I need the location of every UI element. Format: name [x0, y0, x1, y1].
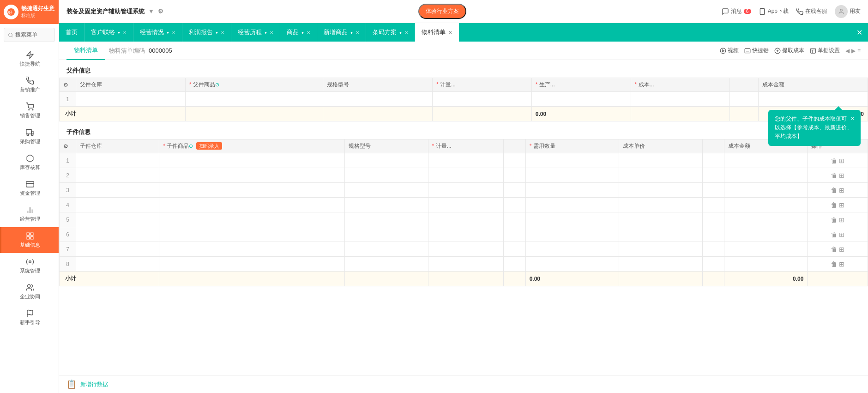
sidebar-item-marketing[interactable]: 营销推广: [0, 72, 59, 98]
child-cell-1-action: 🗑⊞: [808, 153, 868, 168]
child-cell-1-unit[interactable]: [428, 153, 504, 168]
child-cell-2-product[interactable]: [159, 168, 345, 183]
sidebar-item-sales[interactable]: 销售管理: [0, 98, 59, 124]
sidebar-item-operation[interactable]: 经营管理: [0, 201, 59, 227]
child-cell-2-spec[interactable]: [345, 168, 428, 183]
header-gear-icon[interactable]: ⚙: [158, 8, 163, 15]
tab-bom-close[interactable]: ✕: [448, 30, 452, 35]
shortcut-action[interactable]: 快捷键: [744, 47, 769, 54]
view-action[interactable]: 视频: [720, 47, 739, 54]
header-dropdown-icon[interactable]: ▼: [148, 8, 154, 15]
tab-profit[interactable]: 利润报告 ▾ ✕: [182, 23, 231, 42]
child-cell-2-unit[interactable]: [428, 168, 504, 183]
child-cell-1-product[interactable]: [159, 153, 345, 168]
delete-icon[interactable]: 🗑: [831, 187, 837, 194]
menu-icon[interactable]: ≡: [857, 48, 861, 54]
copy-icon[interactable]: ⊞: [839, 187, 844, 194]
sidebar-item-enterprise[interactable]: 企业协同: [0, 279, 59, 305]
tab-barcode[interactable]: 条码方案 ▾ ✕: [366, 23, 415, 42]
tab-operation-status[interactable]: 经营情况 ▾ ✕: [133, 23, 182, 42]
parent-cell-unit[interactable]: [432, 92, 531, 107]
parent-row-num: 1: [60, 92, 76, 107]
delete-icon[interactable]: 🗑: [831, 246, 837, 253]
sub-tab-code-area: 物料清单编码 0000005: [109, 47, 172, 55]
tab-home-label: 首页: [66, 28, 78, 36]
copy-icon[interactable]: ⊞: [839, 157, 844, 164]
logo-text: 畅捷通好生意: [21, 5, 54, 12]
tab-customer-close[interactable]: ✕: [123, 30, 127, 35]
delete-icon[interactable]: 🗑: [831, 231, 837, 238]
sidebar-item-label: 销售管理: [20, 112, 40, 119]
tab-customer[interactable]: 客户联络 ▾ ✕: [84, 23, 133, 42]
sidebar-item-basic[interactable]: 基础信息: [0, 227, 59, 253]
cost-action-label: 提取成本: [782, 47, 804, 54]
tab-goods-close[interactable]: ✕: [307, 30, 310, 35]
child-cell-2-warehouse[interactable]: [76, 168, 159, 183]
sidebar-item-inventory[interactable]: 库存核算: [0, 150, 59, 175]
app-download-item[interactable]: App下载: [759, 7, 789, 15]
add-row-icon: 📋: [66, 379, 77, 389]
child-cell-2-action: 🗑⊞: [808, 168, 868, 183]
sidebar-item-system[interactable]: 系统管理: [0, 253, 59, 279]
delete-icon[interactable]: 🗑: [831, 157, 837, 164]
svg-point-2: [9, 33, 12, 36]
tab-bom[interactable]: 物料清单 ✕: [415, 23, 459, 42]
parent-cell-spec[interactable]: [323, 92, 433, 107]
delete-icon[interactable]: 🗑: [831, 260, 837, 268]
table-section: 父件信息 ⚙ 父件仓库 * 父件商品⊙ 规格型号 * 计量... * 生产...…: [59, 60, 868, 375]
svg-marker-4: [27, 52, 33, 59]
tooltip-close-button[interactable]: ×: [851, 115, 854, 123]
tab-barcode-close[interactable]: ✕: [404, 30, 408, 35]
service-item[interactable]: 在线客服: [796, 7, 827, 15]
search-menu-button[interactable]: 搜索菜单: [4, 28, 55, 42]
copy-icon[interactable]: ⊞: [839, 246, 844, 253]
child-cell-1-warehouse[interactable]: [76, 153, 159, 168]
trial-button[interactable]: 体验行业方案: [418, 4, 466, 19]
user-item[interactable]: 用友: [835, 5, 861, 18]
tab-home[interactable]: 首页: [59, 23, 84, 42]
sidebar-item-quick-nav[interactable]: 快捷导航: [0, 46, 59, 72]
close-all-tabs-button[interactable]: ✕: [851, 28, 868, 37]
prev-arrow[interactable]: ◀: [845, 48, 850, 54]
sub-tab-bom-list[interactable]: 物料清单: [66, 42, 105, 60]
child-cell-1-price[interactable]: [619, 153, 702, 168]
tab-new-goods-close[interactable]: ✕: [356, 30, 359, 35]
tab-goods[interactable]: 商品 ▾ ✕: [280, 23, 317, 42]
delete-icon[interactable]: 🗑: [831, 201, 837, 209]
setting-action[interactable]: 单据设置: [810, 47, 840, 54]
next-arrow[interactable]: ▶: [851, 48, 856, 54]
sidebar-search[interactable]: 搜索菜单: [0, 24, 59, 46]
scan-badge[interactable]: 扫码录入: [196, 142, 222, 150]
message-item[interactable]: 消息 6: [722, 7, 751, 15]
parent-subtotal-qty: 0.00: [531, 107, 631, 121]
sidebar-item-finance[interactable]: 资金管理: [0, 175, 59, 201]
sidebar-item-purchase[interactable]: 采购管理: [0, 124, 59, 150]
child-row-num-3: 3: [60, 183, 76, 198]
parent-cell-produce[interactable]: [531, 92, 631, 107]
child-cell-1-amount: [724, 153, 807, 168]
parent-cell-product[interactable]: [185, 92, 323, 107]
child-cell-1-spec[interactable]: [345, 153, 428, 168]
tab-operation-status-close[interactable]: ✕: [172, 30, 175, 35]
copy-icon[interactable]: ⊞: [839, 231, 844, 238]
parent-cell-cost[interactable]: [631, 92, 730, 107]
tab-history[interactable]: 经营历程 ▾ ✕: [231, 23, 280, 42]
copy-icon[interactable]: ⊞: [839, 172, 844, 179]
child-table-row: 1 🗑⊞: [60, 153, 868, 168]
tab-profit-close[interactable]: ✕: [221, 30, 224, 35]
delete-icon[interactable]: 🗑: [831, 216, 837, 224]
child-cell-2-qty[interactable]: [525, 168, 619, 183]
copy-icon[interactable]: ⊞: [839, 216, 844, 224]
child-cell-1-qty[interactable]: [525, 153, 619, 168]
delete-icon[interactable]: 🗑: [831, 172, 837, 179]
tab-history-close[interactable]: ✕: [270, 30, 273, 35]
parent-cell-warehouse[interactable]: [76, 92, 186, 107]
sidebar-item-guide[interactable]: 新手引导: [0, 305, 59, 331]
child-row-num-2: 2: [60, 168, 76, 183]
tab-new-goods[interactable]: 新增商品 ▾ ✕: [317, 23, 366, 42]
copy-icon[interactable]: ⊞: [839, 260, 844, 268]
child-cell-2-price[interactable]: [619, 168, 702, 183]
add-row-label[interactable]: 新增行数据: [80, 381, 108, 388]
copy-icon[interactable]: ⊞: [839, 201, 844, 209]
cost-action[interactable]: 提取成本: [774, 47, 804, 54]
